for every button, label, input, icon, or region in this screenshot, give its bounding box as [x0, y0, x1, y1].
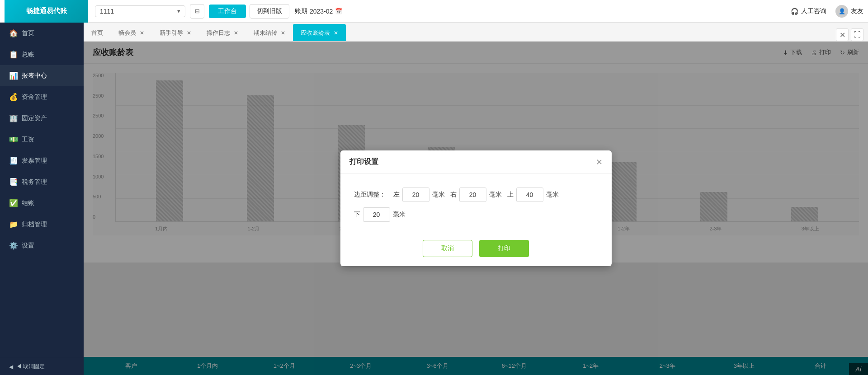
tab-aging-close[interactable]: ✕: [334, 30, 338, 36]
top-margin-input[interactable]: [516, 188, 543, 202]
logo-area: 畅捷通易代账: [5, 0, 88, 23]
tab-maximize-button[interactable]: ⛶: [851, 28, 863, 41]
modal-header: 打印设置 ✕: [340, 150, 612, 174]
margin-bottom-group: 下 毫米: [354, 207, 406, 222]
sidebar-item-assets[interactable]: 🏢 固定资产: [0, 108, 84, 129]
modal-overlay: 打印设置 ✕ 边距调整： 左 毫米 右: [84, 42, 868, 375]
margin-left-group: 左 毫米: [393, 188, 445, 202]
collapse-label: ◀ 取消固定: [16, 363, 45, 370]
settings-icon: ⚙️: [9, 241, 17, 250]
right-unit-label: 毫米: [489, 191, 502, 199]
bottom-margin-input[interactable]: [363, 207, 390, 222]
sidebar-item-label: 工资: [22, 136, 34, 144]
tab-period-label: 期末结转: [254, 29, 277, 37]
tab-oplog-label: 操作日志: [207, 29, 230, 37]
right-margin-input[interactable]: [459, 188, 486, 202]
switch-version-button[interactable]: 切到旧版: [250, 4, 289, 19]
closing-icon: ✅: [9, 199, 17, 207]
archive-icon: 📁: [9, 220, 17, 229]
top-unit-label: 毫米: [546, 191, 559, 199]
tab-bar: 首页 畅会员 ✕ 新手引导 ✕ 操作日志 ✕ 期末结转 ✕ 应收账龄表 ✕: [84, 23, 868, 42]
invoice-icon: 🧾: [9, 156, 17, 165]
avatar-icon: 👤: [839, 8, 845, 14]
print-confirm-button[interactable]: 打印: [479, 240, 529, 257]
sidebar-item-label: 税务管理: [22, 178, 47, 186]
content-area: 首页 畅会员 ✕ 新手引导 ✕ 操作日志 ✕ 期末结转 ✕ 应收账龄表 ✕: [84, 23, 868, 375]
sidebar-item-archive[interactable]: 📁 归档管理: [0, 214, 84, 235]
margin-right-group: 右 毫米: [450, 188, 502, 202]
sidebar: 🏠 首页 📋 总账 📊 报表中心 💰 资金管理 🏢 固定资产 💵 工资 🧾 发票…: [0, 23, 84, 375]
sidebar-item-reports[interactable]: 📊 报表中心: [0, 65, 84, 86]
margin-top-group: 上 毫米: [507, 188, 559, 202]
sidebar-item-invoice[interactable]: 🧾 发票管理: [0, 150, 84, 171]
sidebar-item-label: 归档管理: [22, 220, 47, 229]
tab-aging[interactable]: 应收账龄表 ✕: [293, 24, 346, 41]
print-settings-modal: 打印设置 ✕ 边距调整： 左 毫米 右: [340, 150, 612, 266]
bottom-direction-label: 下: [354, 211, 360, 219]
header-right: 🎧 人工咨询 👤 友友: [791, 5, 863, 18]
modal-footer: 取消 打印: [340, 233, 612, 266]
main-layout: 🏠 首页 📋 总账 📊 报表中心 💰 资金管理 🏢 固定资产 💵 工资 🧾 发票…: [0, 23, 868, 375]
ledger-icon: 📋: [9, 50, 17, 59]
tab-member[interactable]: 畅会员 ✕: [111, 24, 152, 41]
calendar-icon[interactable]: 📅: [335, 8, 342, 14]
tab-guide-label: 新手引导: [160, 29, 183, 37]
sidebar-item-label: 首页: [22, 29, 34, 38]
tab-oplog-close[interactable]: ✕: [234, 30, 238, 36]
company-name: 1111: [100, 8, 174, 15]
tab-guide[interactable]: 新手引导 ✕: [152, 24, 199, 41]
sidebar-item-closing[interactable]: ✅ 结账: [0, 192, 84, 214]
logo-text: 畅捷通易代账: [26, 7, 67, 15]
sidebar-item-ledger[interactable]: 📋 总账: [0, 44, 84, 65]
dropdown-icon: ▾: [177, 8, 180, 14]
tab-member-close[interactable]: ✕: [140, 30, 144, 36]
tab-aging-label: 应收账龄表: [301, 29, 330, 37]
tab-period[interactable]: 期末结转 ✕: [246, 24, 293, 41]
left-margin-input[interactable]: [402, 188, 429, 202]
left-direction-label: 左: [393, 191, 400, 199]
sidebar-item-label: 发票管理: [22, 157, 47, 165]
user-button[interactable]: 👤 友友: [835, 5, 863, 18]
left-unit-label: 毫米: [432, 191, 445, 199]
workbench-button[interactable]: 工作台: [209, 5, 246, 18]
sidebar-item-label: 结账: [22, 199, 34, 207]
cancel-button[interactable]: 取消: [423, 240, 472, 257]
tax-icon: 📑: [9, 178, 17, 186]
sidebar-item-label: 报表中心: [22, 72, 47, 80]
reports-icon: 📊: [9, 71, 17, 80]
right-direction-label: 右: [450, 191, 457, 199]
margin-row: 边距调整： 左 毫米 右 毫米: [354, 188, 598, 222]
sidebar-item-salary[interactable]: 💵 工资: [0, 129, 84, 150]
modal-title: 打印设置: [349, 157, 378, 167]
period-label: 账期: [295, 7, 307, 15]
collapse-icon: ◀: [9, 364, 13, 370]
assets-icon: 🏢: [9, 114, 17, 122]
consult-button[interactable]: 🎧 人工咨询: [791, 7, 826, 15]
sidebar-item-settings[interactable]: ⚙️ 设置: [0, 235, 84, 256]
sidebar-item-home[interactable]: 🏠 首页: [0, 23, 84, 44]
company-selector[interactable]: 1111 ▾: [95, 5, 185, 17]
tab-guide-close[interactable]: ✕: [187, 30, 191, 36]
sidebar-item-label: 资金管理: [22, 93, 47, 101]
tab-home[interactable]: 首页: [84, 24, 111, 41]
bottom-unit-label: 毫米: [393, 211, 406, 219]
sidebar-item-tax[interactable]: 📑 税务管理: [0, 171, 84, 192]
headset-icon: 🎧: [791, 8, 798, 15]
tab-actions: ✕ ⛶: [831, 28, 868, 41]
home-icon: 🏠: [9, 29, 17, 38]
sidebar-item-funds[interactable]: 💰 资金管理: [0, 86, 84, 108]
tab-period-close[interactable]: ✕: [281, 30, 285, 36]
top-header: 畅捷通易代账 1111 ▾ ⊟ 工作台 切到旧版 账期 2023-02 📅 🎧 …: [0, 0, 868, 23]
tab-member-label: 畅会员: [118, 29, 136, 37]
sidebar-item-label: 总账: [22, 51, 34, 59]
margin-label: 边距调整：: [354, 191, 386, 199]
sidebar-item-label: 设置: [22, 242, 34, 250]
copy-icon: ⊟: [195, 8, 200, 14]
page-content: 应收账龄表 ⬇ 下载 🖨 打印 ↻ 刷新: [84, 42, 868, 375]
tab-oplog[interactable]: 操作日志 ✕: [199, 24, 246, 41]
modal-close-button[interactable]: ✕: [596, 158, 603, 166]
sidebar-collapse-button[interactable]: ◀ ◀ 取消固定: [0, 358, 84, 375]
tab-close-window-button[interactable]: ✕: [836, 28, 849, 41]
copy-button[interactable]: ⊟: [190, 4, 204, 19]
tab-home-label: 首页: [91, 29, 103, 37]
